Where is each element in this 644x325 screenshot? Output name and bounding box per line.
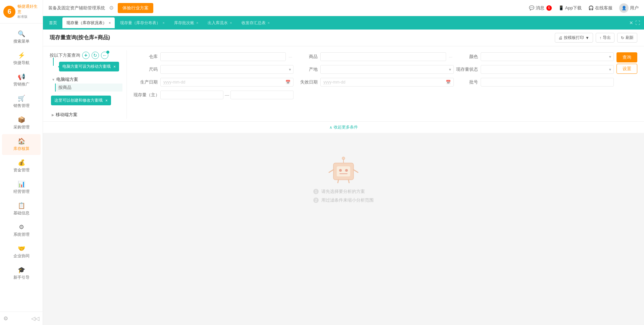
- sidebar-item-search[interactable]: 🔍 搜索菜单: [2, 27, 41, 48]
- sidebar-item-sales-label: 销售管理: [13, 103, 30, 109]
- mobile-scheme-section: ▶ 移动端方案: [50, 111, 122, 119]
- stock-status-select-wrap: ▼: [481, 65, 614, 74]
- sidebar-item-sales[interactable]: 🛒 销售管理: [2, 91, 41, 112]
- collapse-sidebar-icon[interactable]: ◁◁: [31, 315, 39, 322]
- sidebar-item-guide[interactable]: 🎓 新手引导: [2, 263, 41, 284]
- template-print-label: 按模板打印: [564, 35, 584, 41]
- mfg-date-input[interactable]: yyyy-mm-dd 📅: [160, 78, 293, 87]
- refresh-btn[interactable]: ↻ 刷新: [617, 33, 637, 43]
- tabbar-expand-icon[interactable]: ⛶: [635, 20, 640, 25]
- modify-bubble-close[interactable]: ×: [105, 98, 108, 103]
- settings-bottom-icon[interactable]: ⚙: [3, 315, 8, 322]
- sidebar-item-inventory-label: 库存核算: [13, 146, 30, 152]
- tab-batch[interactable]: 库存批次账 ×: [170, 17, 202, 28]
- exp-date-placeholder: yyyy-mm-dd: [323, 80, 345, 85]
- sidebar-item-marketing-label: 营销推广: [13, 82, 30, 87]
- mobile-scheme-label: 移动端方案: [56, 112, 77, 118]
- header: 装备及固定资产辅助管理系统 ⚙ 体验行业方案 💬 消息 6 📱 App下载 🎧 …: [43, 0, 644, 16]
- online-support-label: 在线客服: [595, 5, 612, 11]
- app-download-label: App下载: [565, 5, 582, 11]
- size-select[interactable]: [160, 65, 293, 74]
- origin-select[interactable]: [320, 65, 453, 74]
- desktop-scheme-label: 电脑端方案: [56, 76, 78, 83]
- page-title: 现存量查询(按仓库+商品): [50, 34, 110, 41]
- warehouse-dots[interactable]: ···: [288, 54, 292, 59]
- tab-inventory-status[interactable]: 现存量（库存状况表） ×: [62, 17, 115, 28]
- online-support-item[interactable]: 🎧 在线客服: [588, 5, 612, 11]
- tab-receive[interactable]: 收发存汇总表 ×: [237, 17, 274, 28]
- desktop-scheme-item-0[interactable]: 按商品: [55, 84, 122, 92]
- tab-inventory-status-close[interactable]: ×: [109, 21, 111, 25]
- scheme-bubble[interactable]: 电脑方案可设为移动方案哦 ×: [59, 62, 119, 71]
- sidebar-item-enterprise-label: 企业协同: [13, 253, 30, 259]
- refresh-scheme-btn[interactable]: ↻: [92, 52, 99, 59]
- tabbar-end: ✕ ⛶: [629, 20, 643, 25]
- desktop-scheme-header[interactable]: ▼ 电脑端方案: [50, 75, 122, 84]
- marketing-nav-icon: 📢: [18, 73, 25, 80]
- header-settings-icon[interactable]: ⚙: [109, 5, 114, 11]
- product-dots[interactable]: ···: [449, 54, 452, 59]
- stock-qty-label: 现存量（主）: [133, 92, 160, 98]
- modify-bubble[interactable]: 这里可以创建和修改方案哦 ×: [51, 96, 111, 105]
- tab-receive-close[interactable]: ×: [268, 21, 270, 25]
- batch-input[interactable]: [481, 78, 614, 87]
- sidebar-item-finance[interactable]: 💰 资金管理: [2, 156, 41, 176]
- field-stock-qty: 现存量（主） —: [133, 89, 293, 101]
- export-icon: ↑: [599, 36, 601, 40]
- stock-status-select[interactable]: [481, 65, 614, 74]
- product-input[interactable]: [320, 52, 446, 61]
- stock-qty-max[interactable]: [230, 91, 293, 99]
- message-item[interactable]: 💬 消息 6: [529, 5, 552, 11]
- scheme-bubble-close[interactable]: ×: [113, 64, 116, 69]
- tab-batch-label: 库存批次账: [174, 20, 194, 26]
- calendar-icon-exp: 📅: [446, 80, 451, 85]
- stock-qty-min[interactable]: [160, 91, 223, 99]
- scheme-selector-col: 按以下方案查询 + ↻ ←: [50, 50, 127, 119]
- user-item[interactable]: 👤 用户: [619, 3, 639, 13]
- sidebar: 6 畅捷通好生意 标准版 🔍 搜索菜单 ⚡ 快捷导航 📢 营销推广 🛒 销售管理…: [0, 0, 43, 325]
- message-label: 消息: [536, 5, 544, 11]
- tab-inout-close[interactable]: ×: [230, 21, 232, 25]
- sidebar-item-system[interactable]: ⚙ 系统管理: [2, 220, 41, 241]
- tab-inout[interactable]: 出入库流水 ×: [204, 17, 236, 28]
- search-btn[interactable]: 查询: [616, 52, 637, 62]
- sidebar-item-basic[interactable]: 📋 基础信息: [2, 199, 41, 219]
- exp-date-input[interactable]: yyyy-mm-dd 📅: [320, 78, 453, 87]
- warehouse-input-wrap: ···: [160, 52, 293, 61]
- sidebar-item-enterprise[interactable]: 🤝 企业协同: [2, 241, 41, 262]
- stock-qty-range: —: [160, 91, 293, 99]
- sidebar-item-guide-label: 新手引导: [13, 275, 30, 280]
- tab-home[interactable]: 首页: [45, 17, 61, 28]
- bubble-arrow-left: [57, 65, 59, 68]
- app-download-item[interactable]: 📱 App下载: [558, 5, 582, 11]
- sidebar-item-quick[interactable]: ⚡ 快捷导航: [2, 48, 41, 69]
- tab-inventory-dist-close[interactable]: ×: [162, 21, 164, 25]
- empty-tip-1: 1 请先选择要分析的方案: [313, 188, 374, 195]
- color-select[interactable]: [481, 52, 614, 61]
- template-print-btn[interactable]: 🖨 按模板打印 ▼: [555, 33, 593, 43]
- add-scheme-btn[interactable]: +: [82, 52, 90, 59]
- action-btn[interactable]: 体验行业方案: [118, 3, 153, 13]
- tabbar-close-icon[interactable]: ✕: [629, 20, 633, 25]
- field-batch: 批号: [454, 76, 614, 89]
- sidebar-item-inventory[interactable]: 🏠 库存核算: [2, 134, 41, 155]
- sidebar-item-purchase[interactable]: 📦 采购管理: [2, 113, 41, 133]
- phone-icon: 📱: [558, 5, 564, 10]
- tab-batch-close[interactable]: ×: [196, 21, 198, 25]
- tip-2-text: 用过滤条件来缩小分析范围: [321, 197, 374, 203]
- tab-inventory-dist[interactable]: 现存量（库存分布表） ×: [116, 17, 168, 28]
- sidebar-item-marketing[interactable]: 📢 营销推广: [2, 70, 41, 91]
- collapse-bar[interactable]: ∧ 收起更多条件: [43, 121, 644, 133]
- tabbar: 首页 现存量（库存状况表） × 现存量（库存分布表） × 库存批次账 × 出入库…: [43, 16, 644, 30]
- sidebar-item-operations[interactable]: 📊 经营管理: [2, 177, 41, 198]
- main-content: 现存量查询(按仓库+商品) 🖨 按模板打印 ▼ ↑ 导出 ↻ 刷新: [43, 30, 644, 325]
- reset-btn[interactable]: 设置: [616, 64, 637, 74]
- svg-point-2: [339, 169, 342, 172]
- export-label: 导出: [603, 35, 611, 41]
- tip-1-text: 请先选择要分析的方案: [321, 188, 365, 195]
- warehouse-input[interactable]: [160, 52, 286, 61]
- tab-home-label: 首页: [49, 20, 57, 26]
- mobile-scheme-header[interactable]: ▶ 移动端方案: [50, 111, 122, 119]
- page-header: 现存量查询(按仓库+商品) 🖨 按模板打印 ▼ ↑ 导出 ↻ 刷新: [43, 30, 644, 46]
- export-btn[interactable]: ↑ 导出: [596, 33, 614, 43]
